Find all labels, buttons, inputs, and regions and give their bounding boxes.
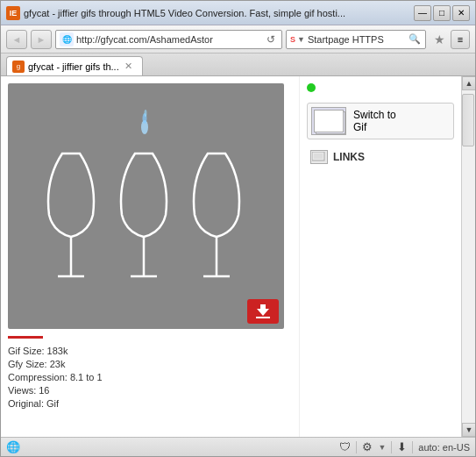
status-indicator <box>307 83 316 92</box>
status-bar: 🌐 🛡 ⚙ ▼ ⬇ auto: en-US <box>1 437 475 456</box>
tab-bar: g gfycat - jiffier gifs th... ✕ <box>1 54 475 76</box>
minimize-button[interactable]: — <box>414 5 431 21</box>
close-window-button[interactable]: ✕ <box>452 5 470 21</box>
page-content: Gif Size: 183k Gfy Size: 23k Compression… <box>1 76 299 437</box>
compression-row: Compression: 8.1 to 1 <box>8 372 292 382</box>
original-row: Original: Gif <box>8 398 292 409</box>
gfy-size-row: Gfy Size: 23k <box>8 359 292 369</box>
info-section: Gif Size: 183k Gfy Size: 23k Compression… <box>8 336 292 409</box>
maximize-button[interactable]: □ <box>433 5 451 21</box>
settings-icon: ⚙ <box>362 440 373 453</box>
status-bar-right: 🛡 ⚙ ▼ ⬇ auto: en-US <box>339 440 470 453</box>
scroll-down-button[interactable]: ▼ <box>462 423 475 437</box>
active-tab[interactable]: g gfycat - jiffier gifs th... ✕ <box>6 56 143 75</box>
tab-close-button[interactable]: ✕ <box>123 61 135 73</box>
gif-size-row: Gif Size: 183k <box>8 346 292 356</box>
scroll-up-button[interactable]: ▲ <box>462 76 475 90</box>
links-button[interactable]: LINKS <box>307 146 454 168</box>
forward-button[interactable]: ► <box>31 30 52 49</box>
flame-animation <box>138 108 152 134</box>
favorites-button[interactable]: ★ <box>430 30 449 49</box>
scrollbar: ▲ ▼ <box>461 76 475 437</box>
search-button[interactable]: 🔍 <box>408 32 422 46</box>
browser-window: IE gfycat - jiffier gifs through HTML5 V… <box>0 0 476 457</box>
links-icon <box>310 150 328 164</box>
search-icon-area: S ▼ <box>290 35 305 44</box>
back-button[interactable]: ◄ <box>6 30 27 49</box>
download-icon <box>254 303 272 319</box>
title-bar: IE gfycat - jiffier gifs through HTML5 V… <box>1 1 475 25</box>
search-text: Startpage HTTPS <box>308 34 405 45</box>
browser-icon: IE <box>6 6 20 20</box>
nav-extra: ★ ≡ <box>430 30 470 49</box>
svg-marker-9 <box>257 304 269 316</box>
refresh-button[interactable]: ↺ <box>264 32 278 46</box>
media-container <box>8 83 284 329</box>
nav-bar: ◄ ► 🌐 http://gfycat.com/AshamedAstor ↺ S… <box>1 25 475 54</box>
switch-to-gif-button[interactable]: Switch to Gif <box>307 103 454 139</box>
svg-rect-12 <box>314 154 323 159</box>
address-favicon: 🌐 <box>60 32 74 46</box>
address-text: http://gfycat.com/AshamedAstor <box>76 34 264 45</box>
tab-favicon: g <box>12 61 25 73</box>
scroll-thumb[interactable] <box>462 94 474 146</box>
dropdown-icon[interactable]: ▼ <box>378 443 386 452</box>
title-controls: — □ ✕ <box>414 5 470 21</box>
language-label: auto: en-US <box>418 442 470 453</box>
antivirus-icon: 🛡 <box>339 440 351 453</box>
gif-icon <box>311 107 346 135</box>
search-dropdown-icon[interactable]: ▼ <box>297 35 305 44</box>
scroll-track <box>462 90 475 423</box>
content-area: Gif Size: 183k Gfy Size: 23k Compression… <box>1 76 475 437</box>
window-title: gfycat - jiffier gifs through HTML5 Vide… <box>24 8 345 18</box>
glasses-illustration <box>8 136 284 311</box>
menu-button[interactable]: ≡ <box>451 30 470 49</box>
status-bar-left: 🌐 <box>6 440 332 453</box>
svg-point-2 <box>145 110 147 117</box>
download-status-icon: ⬇ <box>397 440 407 453</box>
address-bar[interactable]: 🌐 http://gfycat.com/AshamedAstor ↺ <box>55 30 282 49</box>
status-divider-1 <box>356 441 357 453</box>
tab-title: gfycat - jiffier gifs th... <box>28 61 119 72</box>
security-icon: 🌐 <box>6 440 20 453</box>
status-divider-2 <box>391 441 392 453</box>
media-content <box>8 83 284 329</box>
status-divider-3 <box>412 441 413 453</box>
red-divider <box>8 336 43 339</box>
search-bar[interactable]: S ▼ Startpage HTTPS 🔍 <box>286 30 426 49</box>
right-sidebar: Switch to Gif LINKS <box>299 76 461 437</box>
svg-rect-10 <box>256 317 270 318</box>
download-button[interactable] <box>247 299 279 324</box>
switch-gif-label: Switch to Gif <box>353 109 396 133</box>
title-bar-left: IE gfycat - jiffier gifs through HTML5 V… <box>6 6 345 20</box>
search-logo: S <box>290 35 295 44</box>
links-label: LINKS <box>333 151 365 163</box>
views-row: Views: 16 <box>8 385 292 396</box>
